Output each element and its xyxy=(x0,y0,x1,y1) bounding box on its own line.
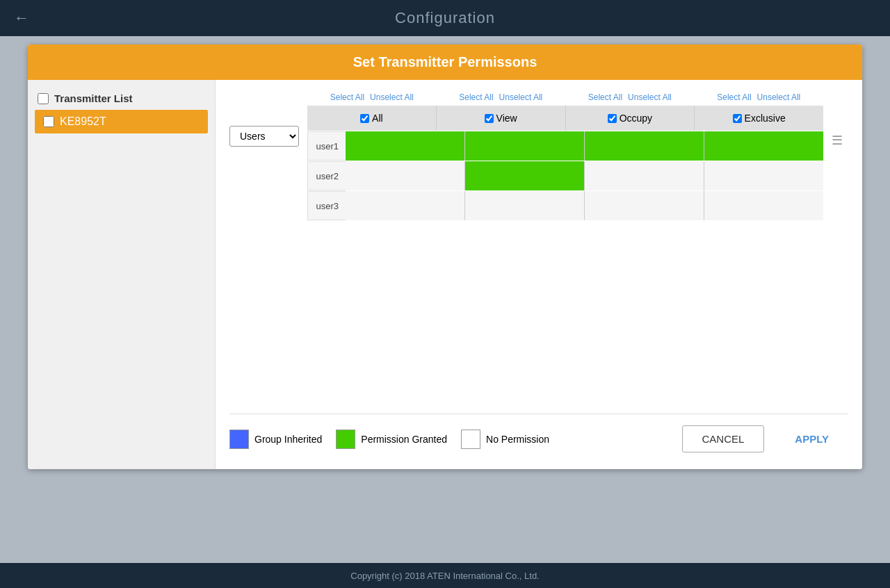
col-selects-exclusive: Select All Unselect All xyxy=(695,91,824,104)
all-col-cb[interactable] xyxy=(360,114,369,123)
view-col-cb[interactable] xyxy=(485,114,494,123)
dialog-footer: Group Inherited Permission Granted No Pe… xyxy=(229,414,848,458)
apply-button[interactable]: APPLY xyxy=(775,426,848,452)
ke8952t-cb-r[interactable] xyxy=(43,116,54,127)
dialog-body-rebuilt: Transmitter List KE8952T Users Groups xyxy=(28,80,862,469)
user2-cell-1[interactable] xyxy=(465,161,584,190)
ke8952t-label: KE8952T xyxy=(60,115,106,128)
select-all-tx-cb[interactable] xyxy=(38,93,49,104)
user-user2-cells xyxy=(346,161,823,190)
unselect-all-exclusive[interactable]: Unselect All xyxy=(757,92,801,102)
user-user3-row: user3 xyxy=(307,191,823,220)
sidebar-header-r: Transmitter List xyxy=(35,87,208,110)
view-col-label: View xyxy=(496,113,517,124)
col-header-view: View xyxy=(437,106,565,131)
exclusive-col-label: Exclusive xyxy=(745,113,786,124)
user-user1-cells xyxy=(346,131,823,161)
copyright-bar: Copyright (c) 2018 ATEN International Co… xyxy=(0,563,890,588)
no-perm-label: No Permission xyxy=(486,434,549,445)
select-all-occupy[interactable]: Select All xyxy=(588,92,622,102)
select-all-view[interactable]: Select All xyxy=(459,92,493,102)
unselect-all-all[interactable]: Unselect All xyxy=(370,92,414,102)
back-button[interactable]: ← xyxy=(14,9,29,27)
user-user1-row: user1 xyxy=(307,131,823,161)
col-header-occupy: Occupy xyxy=(566,106,695,131)
legend-perm-granted: Permission Granted xyxy=(336,430,447,449)
exclusive-col-cb[interactable] xyxy=(733,114,742,123)
group-inherited-label: Group Inherited xyxy=(254,434,322,445)
dialog-title-r: Set Transmitter Permissons xyxy=(353,54,537,70)
legend-group-inherited: Group Inherited xyxy=(229,430,322,449)
main-dialog: Set Transmitter Permissons Transmitter L… xyxy=(28,44,862,469)
col-selects-occupy: Select All Unselect All xyxy=(565,91,695,104)
col-selects-all: Select All Unselect All xyxy=(307,91,437,104)
user-user2-row: user2 xyxy=(307,161,823,190)
user2-cell-2[interactable] xyxy=(585,161,704,190)
user2-cell-0[interactable] xyxy=(346,161,464,190)
users-dropdown-r[interactable]: Users Groups xyxy=(229,126,299,147)
perm-granted-swatch xyxy=(336,430,355,449)
legend-no-perm: No Permission xyxy=(461,430,549,449)
col-selects-view: Select All Unselect All xyxy=(437,91,566,104)
select-all-all[interactable]: Select All xyxy=(330,92,364,102)
page-title: Configuration xyxy=(395,9,495,27)
select-row: Select All Unselect All Select All Unsel… xyxy=(307,91,823,104)
group-inherited-swatch xyxy=(229,430,249,449)
user1-cell-1[interactable] xyxy=(465,131,584,161)
user3-cell-1[interactable] xyxy=(465,191,584,220)
select-all-exclusive[interactable]: Select All xyxy=(717,92,751,102)
user-user3-cells xyxy=(346,191,823,220)
perm-grid-container: Select All Unselect All Select All Unsel… xyxy=(307,91,823,221)
all-col-label: All xyxy=(372,113,383,124)
top-bar: ← Configuration xyxy=(0,0,890,36)
col-header-all: All xyxy=(307,106,436,131)
footer-buttons: CANCEL APPLY xyxy=(682,425,849,452)
content-r: Users Groups Select All Unselect All Sel… xyxy=(216,80,862,469)
user1-cell-2[interactable] xyxy=(585,131,704,161)
hamburger-menu-icon[interactable]: ☰ xyxy=(832,91,848,148)
unselect-all-view[interactable]: Unselect All xyxy=(499,92,543,102)
user3-cell-2[interactable] xyxy=(585,191,704,220)
cancel-button[interactable]: CANCEL xyxy=(682,425,765,452)
dialog-header-rebuilt: Set Transmitter Permissons xyxy=(28,44,862,80)
user-user3-label: user3 xyxy=(307,191,346,220)
user3-cell-3[interactable] xyxy=(704,191,823,220)
sidebar-title-r: Transmitter List xyxy=(54,92,133,104)
sidebar-item-r[interactable]: KE8952T xyxy=(35,110,208,133)
occupy-col-cb[interactable] xyxy=(608,114,617,123)
user3-cell-0[interactable] xyxy=(346,191,464,220)
sidebar-r: Transmitter List KE8952T xyxy=(28,80,216,469)
col-headers: All View Occupy Exclusive xyxy=(307,106,823,131)
user1-cell-3[interactable] xyxy=(704,131,823,161)
user-user1-label: user1 xyxy=(307,131,346,161)
user2-cell-3[interactable] xyxy=(704,161,823,190)
occupy-col-label: Occupy xyxy=(620,113,652,124)
unselect-all-occupy[interactable]: Unselect All xyxy=(628,92,672,102)
col-header-exclusive: Exclusive xyxy=(695,106,823,131)
user1-cell-0[interactable] xyxy=(346,131,464,161)
perm-granted-label: Permission Granted xyxy=(361,434,447,445)
copyright-text: Copyright (c) 2018 ATEN International Co… xyxy=(350,571,539,581)
no-perm-swatch xyxy=(461,430,480,449)
user-user2-label: user2 xyxy=(307,161,346,190)
